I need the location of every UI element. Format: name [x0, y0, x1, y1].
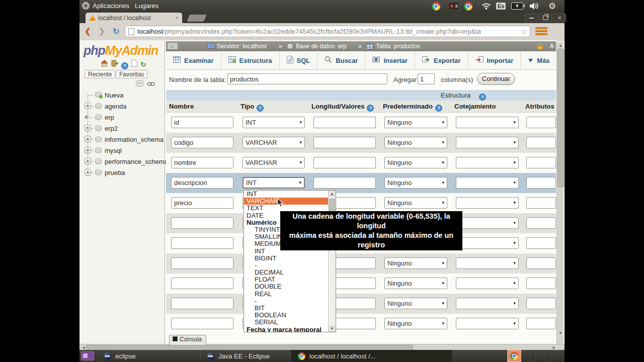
column-collation-select[interactable]: ▾ [456, 197, 519, 209]
recorder-icon[interactable] [448, 2, 459, 10]
column-attributes-select[interactable] [526, 298, 556, 309]
column-name-input[interactable] [171, 278, 233, 289]
column-collation-select[interactable]: ▾ [456, 318, 519, 329]
expand-icon[interactable]: + [85, 158, 91, 164]
scroll-up-icon[interactable]: ▲ [329, 191, 336, 197]
scroll-down-icon[interactable]: ▼ [329, 325, 336, 332]
favorite-tables-button[interactable]: Favoritas [116, 70, 147, 78]
dropdown-option[interactable]: - [244, 298, 329, 305]
tree-item-erp[interactable]: ∗erp [79, 112, 165, 123]
column-length-input[interactable] [313, 177, 376, 189]
column-default-select[interactable]: Ninguno▾ [384, 177, 447, 189]
battery-icon[interactable] [511, 3, 523, 10]
dropdown-option[interactable]: BOOLEAN [244, 312, 329, 319]
column-name-input[interactable]: precio [171, 197, 233, 209]
structure-help-icon[interactable]: ? [479, 92, 486, 101]
distributor-logo-icon[interactable] [82, 2, 90, 10]
help-icon[interactable]: ? [367, 105, 374, 112]
column-default-select[interactable]: Ninguno▾ [384, 257, 447, 269]
bookmark-star-icon[interactable]: ☆ [519, 28, 527, 36]
restore-button[interactable] [539, 14, 552, 22]
help-icon[interactable]: ? [435, 105, 442, 112]
column-attributes-select[interactable] [526, 157, 556, 168]
collapse-console-icon[interactable]: ∧ [549, 42, 554, 49]
column-attributes-select[interactable] [526, 137, 556, 148]
chrome-tray-icon[interactable] [432, 2, 440, 11]
dropdown-option[interactable]: FLOAT [244, 276, 329, 283]
workspace-switcher-icon[interactable] [81, 351, 94, 360]
tab-buscar[interactable]: Buscar [317, 51, 365, 69]
column-attributes-select[interactable] [526, 278, 556, 289]
link-icon[interactable] [147, 79, 155, 88]
home-icon[interactable] [101, 60, 108, 69]
column-attributes-select[interactable] [526, 318, 556, 329]
column-type-select[interactable]: INT▾ [243, 117, 305, 128]
tab-importar[interactable]: Importar [468, 51, 521, 69]
console-toggle[interactable]: Consola [169, 335, 206, 345]
logout-icon[interactable] [111, 60, 118, 69]
docs-icon[interactable] [131, 60, 137, 69]
column-default-select[interactable]: Ninguno▾ [384, 278, 447, 289]
dropdown-option[interactable]: BIGINT [244, 255, 329, 262]
tab-examinar[interactable]: Examinar [166, 51, 221, 69]
column-length-input[interactable] [313, 137, 376, 148]
help-icon[interactable]: ? [257, 105, 264, 112]
column-name-input[interactable] [171, 237, 233, 249]
dropdown-option[interactable]: SERIAL [244, 319, 329, 326]
dropdown-option[interactable]: BIT [244, 305, 329, 312]
horizontal-scrollbar[interactable]: ◂ ▸ [79, 344, 565, 350]
tree-item-performance_schema[interactable]: +performance_schema [79, 156, 165, 167]
pma-logo[interactable]: phpMyAdmin [84, 43, 158, 58]
back-button[interactable]: ❮ [85, 27, 91, 36]
tree-item-mysql[interactable]: +mysql [79, 145, 165, 156]
vertical-scroll-thumb[interactable] [557, 49, 564, 187]
column-collation-select[interactable]: ▾ [456, 137, 519, 148]
column-collation-select[interactable]: ▾ [456, 257, 519, 269]
column-name-input[interactable] [171, 257, 233, 269]
vertical-scrollbar[interactable]: ▴ ▾ [556, 42, 564, 344]
add-columns-input[interactable]: 1 [418, 73, 435, 84]
tab-exportar[interactable]: Exportar [415, 51, 468, 69]
dropdown-option[interactable]: - [244, 262, 329, 269]
close-button[interactable]: × [553, 14, 566, 22]
breadcrumb-table[interactable]: Tabla: productos [376, 43, 420, 50]
wifi-icon[interactable] [481, 2, 491, 11]
recent-tables-button[interactable]: Reciente [85, 70, 115, 78]
taskbar-eclipse[interactable]: eclipse [98, 350, 199, 362]
breadcrumb-database[interactable]: Base de datos: erp [296, 43, 347, 50]
help-icon[interactable]: ? [121, 59, 128, 69]
scroll-down-icon[interactable]: ▾ [557, 330, 564, 335]
tree-item-Nueva[interactable]: Nueva [79, 90, 165, 101]
keyboard-layout-indicator[interactable]: Es [496, 3, 506, 10]
taskbar-browser-active[interactable]: localhost / localhost /... [292, 350, 452, 362]
scroll-right-icon[interactable]: ▸ [550, 345, 557, 350]
column-collation-select[interactable]: ▾ [456, 117, 519, 128]
volume-icon[interactable] [529, 2, 539, 11]
collapse-all-button[interactable]: ─ [136, 80, 143, 86]
dropdown-option[interactable]: DOUBLE [244, 283, 329, 290]
column-type-select[interactable]: VARCHAR▾ [243, 137, 305, 148]
column-length-input[interactable] [313, 117, 376, 128]
minimize-button[interactable] [525, 14, 538, 22]
tree-item-erp2[interactable]: +erp2 [79, 123, 165, 134]
column-collation-select[interactable]: ▾ [456, 217, 519, 229]
tab-estructura[interactable]: Estructura [221, 51, 280, 69]
column-name-input[interactable]: nombre [171, 157, 233, 168]
column-default-select[interactable]: Ninguno▾ [384, 197, 447, 209]
column-default-select[interactable]: Ninguno▾ [384, 157, 447, 168]
refresh-icon[interactable]: ↻ [140, 60, 146, 68]
column-collation-select[interactable]: ▾ [456, 278, 519, 289]
tree-item-prueba[interactable]: +prueba [79, 167, 165, 178]
dropdown-option-highlighted[interactable]: VARCHAR [244, 198, 329, 205]
menu-lugares[interactable]: Lugares [135, 2, 158, 10]
menu-aplicaciones[interactable]: Aplicaciones [93, 2, 129, 10]
new-tab-button[interactable] [187, 15, 207, 22]
column-default-select[interactable]: Ninguno▾ [384, 318, 447, 329]
browser-menu-icon[interactable] [535, 27, 547, 36]
tab-insertar[interactable]: Insertar [365, 51, 415, 69]
column-collation-select[interactable]: ▾ [456, 157, 519, 168]
dropdown-option[interactable]: Fecha y marca temporal [244, 326, 329, 332]
dropdown-option[interactable]: INT [244, 191, 329, 198]
expand-icon[interactable]: + [85, 136, 91, 142]
column-attributes-select[interactable] [526, 257, 556, 269]
